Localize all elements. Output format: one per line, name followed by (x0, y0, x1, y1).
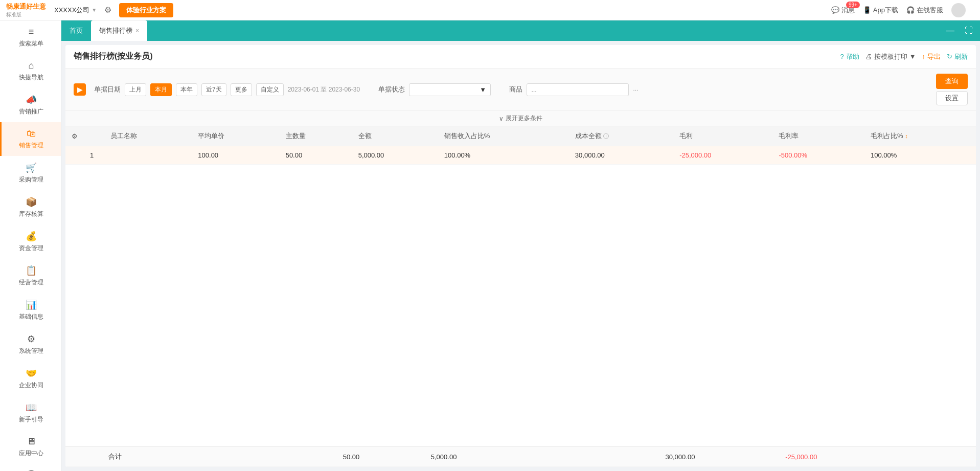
main-layout: ≡ 搜索菜单 ⌂ 快捷导航 📣 营销推广 🛍 销售管理 🛒 采购管理 📦 库存核… (0, 20, 980, 471)
tab-minimize-button[interactable]: — (943, 24, 958, 38)
date-btn-more[interactable]: 更多 (231, 83, 252, 96)
status-chevron-icon: ▼ (480, 86, 486, 94)
enterprise-icon: 🤝 (26, 368, 37, 379)
print-button[interactable]: 🖨 按模板打印 ▼ (865, 52, 916, 61)
page-header: 销售排行榜(按业务员) ? 帮助 🖨 按模板打印 ▼ ↑ 导出 (65, 45, 976, 69)
home-icon: ⌂ (29, 60, 34, 71)
td-amount: 5,000.00 (352, 146, 438, 165)
help-button[interactable]: ? 帮助 (840, 52, 859, 61)
sidebar-item-sales[interactable]: 🛍 销售管理 (0, 122, 61, 156)
goods-input[interactable] (527, 83, 629, 96)
refresh-button[interactable]: ↻ 刷新 (947, 52, 968, 61)
sidebar: ≡ 搜索菜单 ⌂ 快捷导航 📣 营销推广 🛍 销售管理 🛒 采购管理 📦 库存核… (0, 20, 61, 471)
sidebar-item-finance[interactable]: 💰 资金管理 (0, 225, 61, 259)
status-select[interactable]: ▼ (409, 83, 491, 96)
message-button[interactable]: 💬 消息 99+ (831, 6, 855, 15)
settings-icon[interactable]: ⚙ (101, 3, 115, 17)
sidebar-item-label: 基础信息 (19, 312, 43, 321)
th-gross-rate: 毛利率 (772, 126, 864, 146)
th-amount: 全额 (352, 126, 438, 146)
tab-maximize-button[interactable]: ⛶ (962, 24, 976, 38)
company-selector[interactable]: XXXXX公司 ▼ (54, 6, 97, 15)
newbie-icon: 📖 (26, 402, 37, 413)
sidebar-item-quick-nav[interactable]: ⌂ 快捷导航 (0, 54, 61, 88)
refresh-icon: ↻ (947, 53, 952, 60)
date-filter-row: 单据日期 上月 本月 本年 近7天 更多 自定义 2023-06-01 至 20… (94, 83, 360, 96)
sidebar-item-app-center[interactable]: 🖥 应用中心 (0, 430, 61, 464)
th-cost: 成本全额 ⓘ (569, 126, 673, 146)
td-rank: 1 (84, 146, 104, 165)
tab-close-icon[interactable]: × (135, 27, 139, 34)
goods-label: 商品 (509, 85, 522, 94)
chevron-down-icon: ▼ (92, 7, 97, 13)
date-range-text: 2023-06-01 至 2023-06-30 (288, 85, 360, 94)
app-subtext: 标准版 (6, 11, 21, 18)
sidebar-item-label: 营销推广 (19, 107, 43, 116)
sidebar-item-system[interactable]: ⚙ 系统管理 (0, 327, 61, 362)
tab-sales-ranking[interactable]: 销售排行榜 × (91, 20, 147, 41)
expand-more-button[interactable]: ∨ 展开更多条件 (499, 114, 542, 123)
app-download-label: App下载 (873, 6, 898, 15)
headset-icon: 🎧 (906, 6, 915, 14)
total-quantity: 50.00 (343, 453, 360, 461)
app-download-button[interactable]: 📱 App下载 (863, 6, 898, 15)
td-sales-ratio: 100.00% (438, 146, 569, 165)
finance-icon: 💰 (26, 231, 37, 242)
export-button[interactable]: ↑ 导出 (922, 52, 941, 61)
page-title: 销售排行榜(按业务员) (74, 51, 153, 62)
table-settings-button[interactable]: 设置 (936, 91, 968, 105)
sidebar-item-enterprise[interactable]: 🤝 企业协同 (0, 362, 61, 396)
date-btn-this-year[interactable]: 本年 (176, 83, 197, 96)
td-name (104, 146, 192, 165)
sidebar-item-basic-info[interactable]: 📊 基础信息 (0, 293, 61, 327)
cost-info-icon[interactable]: ⓘ (603, 133, 609, 139)
table-footer: 合计 50.00 5,000.00 30,000.00 -25,000.00 (65, 446, 976, 467)
sidebar-item-inventory[interactable]: 📦 库存核算 (0, 190, 61, 225)
sidebar-item-operation[interactable]: 📋 经营管理 (0, 259, 61, 293)
message-icon: 💬 (831, 6, 839, 14)
sidebar-item-marketing[interactable]: 📣 营销推广 (0, 88, 61, 122)
online-service-label: 在线客服 (917, 6, 943, 15)
status-filter-row: 单据状态 ▼ (378, 83, 491, 96)
sidebar-item-wechat[interactable]: 💬 企业微信 (0, 464, 61, 471)
th-name: 员工名称 (104, 126, 192, 146)
date-btn-last-month[interactable]: 上月 (125, 83, 146, 96)
table-header-row: ⚙ 员工名称 平均单价 主数量 全额 销售收入占比% 成本全额 ⓘ 毛利 (65, 126, 976, 146)
date-btn-custom[interactable]: 自定义 (256, 83, 284, 96)
online-service-button[interactable]: 🎧 在线客服 (906, 6, 943, 15)
expand-icon: ∨ (499, 115, 504, 122)
inventory-icon: 📦 (26, 196, 37, 208)
total-row: 合计 50.00 5,000.00 30,000.00 -25,000.00 (65, 447, 976, 467)
search-menu-icon: ≡ (29, 27, 34, 37)
system-icon: ⚙ (27, 333, 35, 345)
filter-bar: ▶ 单据日期 上月 本月 本年 近7天 更多 自定义 2023-06-01 至 … (65, 69, 976, 111)
filter-toggle-button[interactable]: ▶ (74, 83, 86, 96)
avatar[interactable] (951, 3, 966, 17)
goods-more-button[interactable]: ··· (633, 86, 639, 94)
query-button[interactable]: 查询 (936, 74, 968, 89)
gross-ratio-sort-icon[interactable]: ↕ (905, 133, 908, 139)
sidebar-item-label: 销售管理 (19, 141, 43, 150)
purchase-icon: 🛒 (26, 162, 37, 173)
top-right-area: 💬 消息 99+ 📱 App下载 🎧 在线客服 (831, 3, 974, 17)
td-gross-ratio: 100.00% (864, 146, 976, 165)
sidebar-item-label: 资金管理 (19, 244, 43, 253)
company-logo: 畅康通好生意 标准版 (6, 2, 46, 18)
marketing-icon: 📣 (26, 94, 37, 105)
table-container: ⚙ 员工名称 平均单价 主数量 全额 销售收入占比% 成本全额 ⓘ 毛利 (65, 126, 976, 446)
trial-button[interactable]: 体验行业方案 (119, 3, 173, 17)
td-avg-price: 100.00 (192, 146, 279, 165)
th-sales-ratio: 销售收入占比% (438, 126, 569, 146)
tab-right-buttons: — ⛶ (943, 24, 980, 38)
company-name: XXXXX公司 (54, 6, 89, 15)
sidebar-item-purchase[interactable]: 🛒 采购管理 (0, 156, 61, 190)
td-quantity: 50.00 (280, 146, 352, 165)
date-btn-this-month[interactable]: 本月 (150, 83, 172, 96)
date-btn-7days[interactable]: 近7天 (201, 83, 226, 96)
tab-home[interactable]: 首页 (61, 20, 91, 41)
sidebar-item-search[interactable]: ≡ 搜索菜单 (0, 20, 61, 54)
sidebar-item-newbie[interactable]: 📖 新手引导 (0, 396, 61, 430)
help-icon: ? (840, 53, 844, 60)
total-gross: -25,000.00 (785, 453, 817, 461)
th-gross: 毛利 (673, 126, 772, 146)
